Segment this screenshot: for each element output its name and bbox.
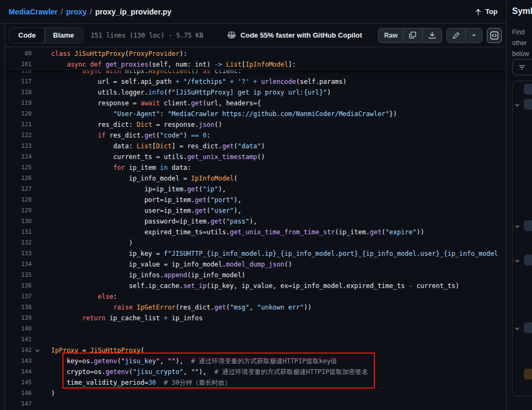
code-line: 139 return ip_cache_list + ip_infos (5, 313, 506, 323)
code-line: 135 ip_infos.append(ip_info_model) (5, 270, 506, 280)
symbol-tag[interactable] (524, 369, 532, 379)
line-number[interactable]: 118 (5, 87, 32, 98)
code-text: async def get_proxies(self, num: int) ->… (42, 59, 296, 70)
copilot-banner[interactable]: Code 55% faster with GitHub Copilot (227, 31, 362, 40)
code-line: 117 url = self.api_path + "/fetchips" + … (5, 76, 506, 87)
file-toolbar: Code Blame 151 lines (130 loc) · 5.75 KB… (5, 24, 506, 47)
line-number[interactable]: 101 (5, 59, 32, 70)
line-number[interactable]: 131 (5, 227, 32, 238)
line-number[interactable]: 125 (5, 162, 32, 173)
download-raw-button[interactable] (422, 28, 442, 42)
code-text: ip_value = ip_info_model.model_dump_json… (42, 259, 292, 270)
tab-blame[interactable]: Blame (45, 28, 83, 43)
pencil-icon (452, 32, 460, 39)
symbol-expand-chevron-icon[interactable] (514, 222, 522, 229)
fold-chevron-icon (514, 258, 520, 264)
line-number[interactable]: 143 (5, 356, 32, 366)
code-line: 140 (5, 323, 506, 334)
fold-chevron-icon (514, 224, 520, 229)
symbol-tag[interactable] (524, 99, 532, 110)
symbols-panel-description: Find (512, 27, 524, 38)
scroll-to-top-link[interactable]: Top (474, 8, 498, 16)
line-number[interactable]: 138 (5, 302, 32, 313)
line-number[interactable]: 144 (5, 366, 32, 377)
symbol-tag[interactable] (524, 255, 532, 265)
code-text: if res_dict.get("code") == 0: (42, 130, 210, 141)
symbols-panel-toggle-button[interactable] (487, 28, 502, 43)
line-number[interactable]: 126 (5, 173, 32, 184)
line-number[interactable]: 139 (5, 313, 32, 323)
gutter-space (32, 109, 42, 119)
line-number[interactable]: 142 (5, 345, 32, 356)
line-number[interactable]: 129 (5, 205, 32, 216)
symbols-filter-input[interactable] (512, 59, 532, 75)
code-text: ip_infos.append(ip_info_model) (42, 270, 245, 280)
code-text: IpProxy = JiSuHttpProxy( (42, 345, 144, 356)
breadcrumb-repo-link[interactable]: MediaCrawler (9, 8, 58, 16)
line-number[interactable]: 127 (5, 184, 32, 195)
code-brackets-icon (490, 31, 499, 40)
breadcrumb-folder-link[interactable]: proxy (66, 8, 87, 16)
gutter-space (32, 48, 42, 59)
line-number[interactable]: 133 (5, 248, 32, 259)
line-number[interactable]: 130 (5, 216, 32, 227)
code-text: crypto=os.getenv("jisu_crypto", ""), # 通… (42, 366, 368, 377)
line-number[interactable]: 124 (5, 152, 32, 162)
gutter-space (32, 184, 42, 195)
line-number[interactable]: 141 (5, 334, 32, 345)
gutter-space (32, 270, 42, 280)
breadcrumb-file-name: proxy_ip_provider.py (95, 8, 172, 16)
line-number[interactable]: 146 (5, 388, 32, 399)
edit-options-dropdown[interactable] (465, 28, 482, 42)
code-view-container: Code Blame 151 lines (130 loc) · 5.75 KB… (4, 24, 506, 410)
line-number[interactable]: 128 (5, 195, 32, 205)
line-number[interactable]: 135 (5, 270, 32, 280)
raw-copy-download-group: Raw (378, 28, 442, 43)
code-text: user=ip_item.get("user"), (42, 205, 242, 216)
code-text: response = await client.get(url, headers… (42, 98, 261, 109)
symbol-tag[interactable] (524, 84, 532, 95)
line-number[interactable]: 80 (5, 48, 32, 59)
symbol-tag[interactable] (524, 322, 532, 333)
gutter-space (32, 98, 42, 109)
line-number[interactable]: 132 (5, 238, 32, 248)
symbol-expand-chevron-icon[interactable] (514, 256, 522, 264)
code-text: raise IpGetError(res_dict.get("msg", "un… (42, 302, 311, 313)
symbol-expand-chevron-icon[interactable] (514, 324, 522, 332)
gutter-space (32, 76, 42, 87)
line-number[interactable]: 120 (5, 109, 32, 119)
fold-chevron-icon (514, 326, 520, 332)
code-text: port=ip_item.get("port"), (42, 195, 242, 205)
fold-toggle[interactable] (32, 345, 42, 356)
line-number[interactable]: 137 (5, 291, 32, 302)
edit-file-button[interactable] (447, 28, 465, 42)
line-number[interactable]: 145 (5, 377, 32, 388)
code-line: 119 response = await client.get(url, hea… (5, 98, 506, 109)
line-number[interactable]: 147 (5, 399, 32, 409)
code-text: self.ip_cache.set_ip(ip_key, ip_value, e… (42, 280, 459, 291)
line-number[interactable]: 140 (5, 323, 32, 334)
code-line: 130 password=ip_item.get("pass"), (5, 216, 506, 227)
code-line: 131 expired_time_ts=utils.get_unix_time_… (5, 227, 506, 238)
line-number[interactable]: 123 (5, 141, 32, 152)
copy-raw-button[interactable] (403, 28, 422, 42)
line-number[interactable]: 134 (5, 259, 32, 270)
line-number[interactable]: 119 (5, 98, 32, 109)
symbol-expand-chevron-icon[interactable] (514, 100, 522, 108)
code-line: 124 current_ts = utils.get_unix_timestam… (5, 152, 506, 162)
line-number[interactable]: 136 (5, 280, 32, 291)
breadcrumb: MediaCrawler / proxy / proxy_ip_provider… (0, 0, 506, 24)
chevron-down-icon (471, 33, 477, 38)
code-text: key=os.getenv("jisu_key", ""), # 通过环境变量的… (42, 356, 337, 366)
line-number[interactable]: 121 (5, 119, 32, 130)
gutter-space (32, 280, 42, 291)
gutter-space (32, 248, 42, 259)
raw-button[interactable]: Raw (379, 28, 403, 42)
line-number[interactable]: 122 (5, 130, 32, 141)
symbol-tag[interactable] (524, 220, 532, 231)
tab-code[interactable]: Code (9, 27, 45, 44)
line-number[interactable]: 117 (5, 76, 32, 87)
fold-chevron-icon (514, 102, 520, 108)
code-line: 143 key=os.getenv("jisu_key", ""), # 通过环… (5, 356, 506, 366)
code-line: 145 time_validity_period=30 # 30分钟（最长时效） (5, 377, 506, 388)
